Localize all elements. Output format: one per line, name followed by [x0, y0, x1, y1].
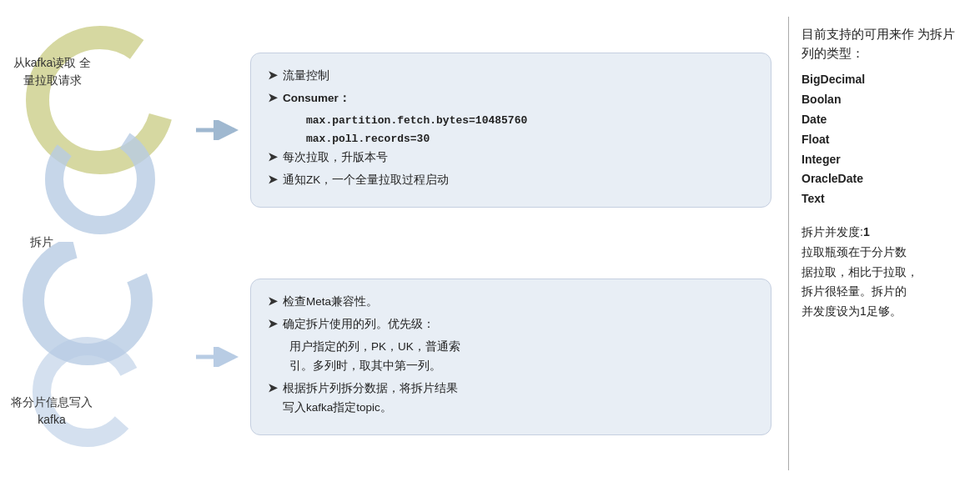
info-box-top: ➤ 流量控制 ➤ Consumer： max.partition.fetch.b… [250, 53, 771, 208]
flow-row-bottom: ➤ 检查Meta兼容性。 ➤ 确定拆片使用的列。优先级： 用户指定的列，PK，U… [192, 252, 771, 462]
type-date: Date [802, 110, 959, 130]
box2-item3: ➤ 根据拆片列拆分数据，将拆片结果写入kafka指定topic。 [268, 379, 754, 418]
arrow-bottom [192, 347, 242, 367]
type-list: BigDecimal Boolan Date Float Integer Ora… [802, 70, 959, 209]
top-circles-svg [8, 17, 175, 259]
type-float: Float [802, 130, 959, 150]
box2-item2: ➤ 确定拆片使用的列。优先级： [268, 315, 754, 334]
label-kafka-read: 从kafka读取 全量拉取请求 [13, 54, 92, 89]
right-title: 目前支持的可用来作 为拆片列的类型： [802, 25, 959, 63]
box1-item1: ➤ 流量控制 [268, 67, 754, 86]
box1-item2: ➤ Consumer： [268, 89, 754, 108]
label-write-kafka: 将分片信息写入 kafka [10, 394, 93, 429]
bottom-circles-svg [8, 242, 175, 484]
type-bigdecimal: BigDecimal [802, 70, 959, 90]
middle-section: ➤ 流量控制 ➤ Consumer： max.partition.fetch.b… [175, 17, 788, 470]
box2-item1: ➤ 检查Meta兼容性。 [268, 293, 754, 312]
flow-row-top: ➤ 流量控制 ➤ Consumer： max.partition.fetch.b… [192, 25, 771, 235]
left-section: 从kafka读取 全量拉取请求 拆片 将分片信息写入 kafka [8, 17, 175, 470]
type-boolan: Boolan [802, 90, 959, 110]
type-text: Text [802, 189, 959, 209]
label-shard: 拆片 [17, 233, 67, 251]
arrow-bottom-svg [194, 347, 240, 367]
type-integer: Integer [802, 150, 959, 170]
main-container: 从kafka读取 全量拉取请求 拆片 将分片信息写入 kafka [0, 0, 980, 487]
arrow-top-svg [194, 120, 240, 140]
arrow-top [192, 120, 242, 140]
right-section: 目前支持的可用来作 为拆片列的类型： BigDecimal Boolan Dat… [788, 17, 972, 470]
info-box-bottom: ➤ 检查Meta兼容性。 ➤ 确定拆片使用的列。优先级： 用户指定的列，PK，U… [250, 279, 771, 435]
box1-item3: ➤ 每次拉取，升版本号 [268, 148, 754, 168]
type-oracledate: OracleDate [802, 169, 959, 189]
right-desc: 拆片并发度:1 拉取瓶颈在于分片数 据拉取，相比于拉取， 拆片很轻量。拆片的 并… [802, 223, 959, 322]
box1-item4: ➤ 通知ZK，一个全量拉取过程启动 [268, 171, 754, 190]
